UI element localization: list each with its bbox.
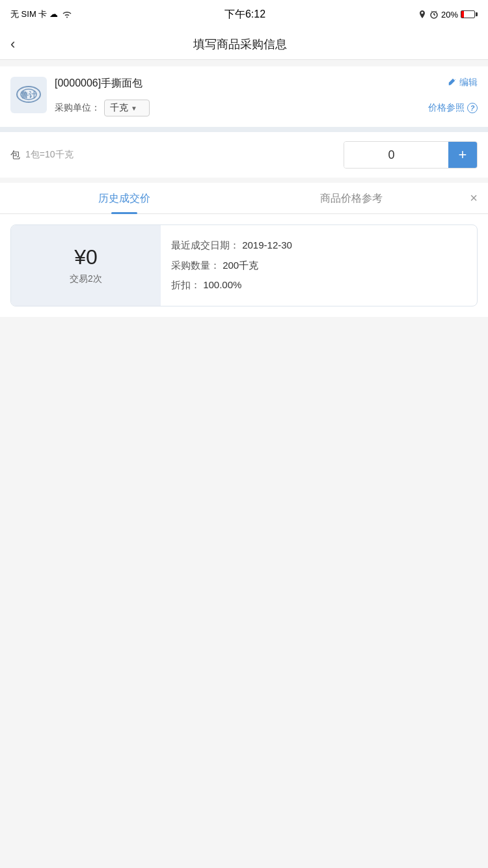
dropdown-arrow-icon: ▼: [131, 105, 137, 112]
svg-line-3: [431, 11, 433, 12]
quantity-label-box: 包 1包=10千克: [10, 149, 74, 161]
recent-date-row: 最近成交日期： 2019-12-30: [171, 238, 467, 253]
tabs-header: 历史成交价 商品价格参考 ×: [0, 183, 488, 214]
nav-header: ‹ 填写商品采购信息: [0, 29, 488, 60]
purchase-unit-row: 采购单位： 千克 ▼ 价格参照 ?: [55, 100, 478, 116]
discount-label: 折扣：: [171, 279, 200, 290]
section-divider: [0, 127, 488, 132]
logo-text: 鲁计: [16, 81, 42, 109]
quantity-input-area: +: [344, 141, 478, 169]
product-section: 鲁计 [0000006]手撕面包 编辑 采购单位：: [0, 66, 488, 127]
close-button[interactable]: ×: [465, 185, 478, 211]
edit-button[interactable]: 编辑: [448, 77, 478, 88]
card-left-price: ¥0 交易2次: [11, 225, 161, 306]
price-display: ¥0: [74, 245, 98, 269]
tab-product-price-reference[interactable]: 商品价格参考: [237, 183, 465, 213]
svg-text:鲁计: 鲁计: [21, 90, 37, 100]
svg-line-4: [435, 11, 437, 12]
no-sim-label: 无 SIM 卡 ☁: [10, 8, 58, 20]
product-name: [0000006]手撕面包: [55, 77, 142, 90]
recent-date-value: 2019-12-30: [242, 239, 292, 251]
wifi-icon: [62, 10, 72, 18]
unit-value: 千克: [110, 102, 128, 114]
page-title: 填写商品采购信息: [20, 36, 459, 52]
quantity-input[interactable]: [344, 142, 448, 168]
status-right: 20%: [418, 10, 478, 20]
history-content: ¥0 交易2次 最近成交日期： 2019-12-30 采购数量： 200千克 折…: [0, 214, 488, 317]
product-header: 鲁计 [0000006]手撕面包 编辑 采购单位：: [10, 77, 478, 116]
purchase-qty-value: 200千克: [223, 260, 258, 271]
card-right-details: 最近成交日期： 2019-12-30 采购数量： 200千克 折扣： 100.0…: [161, 225, 477, 306]
edit-icon: [448, 78, 457, 87]
status-left: 无 SIM 卡 ☁: [10, 8, 72, 20]
unit-select-dropdown[interactable]: 千克 ▼: [104, 100, 150, 116]
unit-label: 采购单位：: [55, 102, 100, 114]
product-info: [0000006]手撕面包 编辑 采购单位： 千克 ▼: [55, 77, 478, 116]
info-icon: ?: [467, 103, 478, 113]
trade-count: 交易2次: [70, 273, 102, 285]
back-button[interactable]: ‹: [10, 33, 20, 55]
purchase-qty-row: 采购数量： 200千克: [171, 258, 467, 273]
alarm-icon: [429, 10, 439, 19]
tab-history-price[interactable]: 历史成交价: [10, 183, 237, 213]
location-icon: [418, 10, 427, 19]
history-card: ¥0 交易2次 最近成交日期： 2019-12-30 采购数量： 200千克 折…: [10, 224, 478, 306]
status-time: 下午6:12: [224, 8, 265, 21]
battery-percent: 20%: [441, 10, 458, 20]
quantity-row: 包 1包=10千克 +: [0, 132, 488, 178]
battery-icon: [461, 10, 478, 18]
unit-convert-text: 1包=10千克: [25, 149, 74, 161]
price-reference-button[interactable]: 价格参照 ?: [428, 102, 478, 114]
status-bar: 无 SIM 卡 ☁ 下午6:12 20%: [0, 0, 488, 29]
bag-label: 包: [10, 149, 20, 161]
purchase-qty-label: 采购数量：: [171, 260, 220, 271]
product-logo: 鲁计: [10, 77, 47, 113]
discount-value: 100.00%: [203, 279, 241, 290]
tabs-section: 历史成交价 商品价格参考 × ¥0 交易2次 最近成交日期： 2019-12-3…: [0, 183, 488, 317]
quantity-plus-button[interactable]: +: [448, 142, 477, 168]
product-name-row: [0000006]手撕面包 编辑: [55, 77, 478, 90]
discount-row: 折扣： 100.00%: [171, 278, 467, 293]
recent-date-label: 最近成交日期：: [171, 239, 239, 251]
